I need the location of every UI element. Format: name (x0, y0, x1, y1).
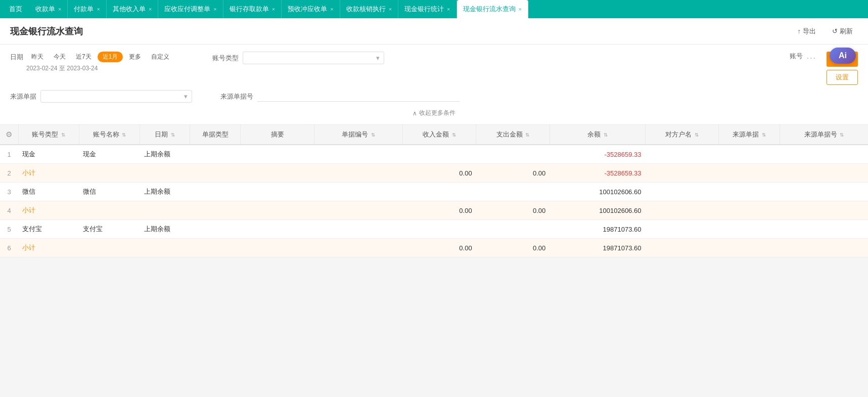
close-icon[interactable]: × (330, 6, 333, 12)
table-row: 2 小计 0.00 0.00 -3528659.33 (0, 164, 868, 183)
chevron-down-icon: ▾ (184, 93, 188, 100)
table-row: 3 微信 微信 上期余额 100102606.60 (0, 183, 868, 201)
col-source-doc-no[interactable]: 来源单据号 ⇅ (780, 125, 868, 145)
close-icon[interactable]: × (149, 6, 152, 12)
row-doc-no (314, 145, 402, 164)
close-icon[interactable]: × (389, 6, 392, 12)
row-source-doc (719, 164, 780, 183)
date-filter-label: 日期 (10, 53, 23, 62)
row-balance: 19871073.60 (550, 220, 645, 239)
header-actions: ↑ 导出 ↺ 刷新 (793, 25, 858, 38)
col-account-name[interactable]: 账号名称 ⇅ (79, 125, 140, 145)
row-balance: 19871073.60 (550, 239, 645, 257)
row-doc-no (314, 183, 402, 201)
date-btn-more[interactable]: 更多 (125, 52, 145, 62)
row-source-doc-no (780, 164, 868, 183)
account-label: 账号 (790, 52, 803, 61)
page-title: 现金银行流水查询 (10, 25, 83, 37)
nav-tab-6[interactable]: 收款核销执行 × (340, 0, 398, 18)
page-header: 现金银行流水查询 ↑ 导出 ↺ 刷新 (0, 18, 868, 45)
ai-assistant-button[interactable]: Ai (830, 48, 856, 64)
date-btn-custom[interactable]: 自定义 (147, 52, 173, 62)
source-doc-select[interactable]: ▾ (40, 90, 192, 103)
col-expense[interactable]: 支出金额 ⇅ (476, 125, 550, 145)
row-account-type: 微信 (18, 183, 79, 201)
nav-home[interactable]: 首页 (2, 5, 29, 14)
col-summary[interactable]: 摘要 (241, 125, 314, 145)
col-balance[interactable]: 余额 ⇅ (550, 125, 645, 145)
nav-tab-2[interactable]: 其他收入单 × (107, 0, 158, 18)
row-summary (241, 201, 314, 220)
row-source-doc-no (780, 183, 868, 201)
row-balance: 100102606.60 (550, 183, 645, 201)
row-doc-type (190, 220, 241, 239)
chevron-up-icon: ∧ (413, 110, 417, 117)
row-doc-no (314, 239, 402, 257)
col-gear[interactable]: ⚙ (0, 125, 18, 145)
col-doc-type[interactable]: 单据类型 (190, 125, 241, 145)
date-btn-7days[interactable]: 近7天 (72, 52, 96, 62)
source-doc-no-input[interactable] (259, 93, 458, 100)
close-icon[interactable]: × (272, 6, 275, 12)
row-summary (241, 164, 314, 183)
nav-tab-5[interactable]: 预收冲应收单 × (282, 0, 340, 18)
date-options: ⚙ 昨天 今天 近7天 近1月 更多 自定义 (27, 52, 173, 62)
row-source-doc-no (780, 220, 868, 239)
row-doc-type (190, 145, 241, 164)
row-account-type: 现金 (18, 145, 79, 164)
row-income: 0.00 (402, 239, 476, 257)
main-table: ⚙ 账号类型 ⇅ 账号名称 ⇅ 日期 ⇅ 单据类型 摘要 (0, 125, 868, 257)
nav-tab-4[interactable]: 银行存取款单 × (223, 0, 282, 18)
sort-icon: ⇅ (840, 132, 844, 138)
account-ellipsis-button[interactable]: ... (807, 52, 816, 61)
col-account-type[interactable]: 账号类型 ⇅ (18, 125, 79, 145)
refresh-button[interactable]: ↺ 刷新 (827, 25, 858, 38)
nav-tab-1[interactable]: 付款单 × (68, 0, 106, 18)
col-income[interactable]: 收入金额 ⇅ (402, 125, 476, 145)
nav-tab-8[interactable]: 现金银行流水查询 × (457, 0, 528, 18)
col-date[interactable]: 日期 ⇅ (140, 125, 190, 145)
row-source-doc (719, 145, 780, 164)
row-balance: 100102606.60 (550, 201, 645, 220)
close-icon[interactable]: × (213, 6, 216, 12)
date-btn-1month[interactable]: 近1月 (98, 52, 123, 62)
row-doc-type (190, 201, 241, 220)
row-expense: 0.00 (476, 239, 550, 257)
col-source-doc[interactable]: 来源单据 ⇅ (719, 125, 780, 145)
row-counterpart (645, 220, 719, 239)
sort-icon: ⇅ (61, 132, 65, 138)
row-date (140, 164, 190, 183)
gear-icon[interactable]: ⚙ (6, 130, 12, 139)
row-account-name (79, 201, 140, 220)
settings-button[interactable]: 设置 (827, 70, 858, 85)
row-income: 0.00 (402, 201, 476, 220)
nav-tab-3[interactable]: 应收应付调整单 × (158, 0, 223, 18)
row-source-doc-no (780, 201, 868, 220)
chevron-down-icon: ▾ (376, 54, 380, 62)
export-button[interactable]: ↑ 导出 (793, 25, 821, 38)
row-expense: 0.00 (476, 201, 550, 220)
col-doc-no[interactable]: 单据编号 ⇅ (314, 125, 402, 145)
row-counterpart (645, 201, 719, 220)
row-source-doc (719, 220, 780, 239)
col-counterpart[interactable]: 对方户名 ⇅ (645, 125, 719, 145)
nav-tab-0[interactable]: 收款单 × (29, 0, 68, 18)
row-date (140, 201, 190, 220)
nav-tab-7[interactable]: 现金银行统计 × (398, 0, 456, 18)
row-expense (476, 183, 550, 201)
date-btn-yesterday[interactable]: 昨天 (27, 52, 48, 62)
close-icon[interactable]: × (58, 6, 61, 12)
row-balance: -3528659.33 (550, 164, 645, 183)
account-type-select[interactable]: ▾ (243, 52, 384, 64)
date-btn-today[interactable]: 今天 (50, 52, 70, 62)
export-icon: ↑ (798, 27, 801, 35)
close-icon[interactable]: × (519, 6, 522, 12)
row-account-type: 支付宝 (18, 220, 79, 239)
close-icon[interactable]: × (97, 6, 100, 12)
row-account-name (79, 164, 140, 183)
row-account-name: 支付宝 (79, 220, 140, 239)
refresh-icon: ↺ (832, 27, 838, 35)
collapse-more-button[interactable]: ∧ 收起更多条件 (10, 107, 858, 119)
close-icon[interactable]: × (447, 6, 450, 12)
row-summary (241, 239, 314, 257)
